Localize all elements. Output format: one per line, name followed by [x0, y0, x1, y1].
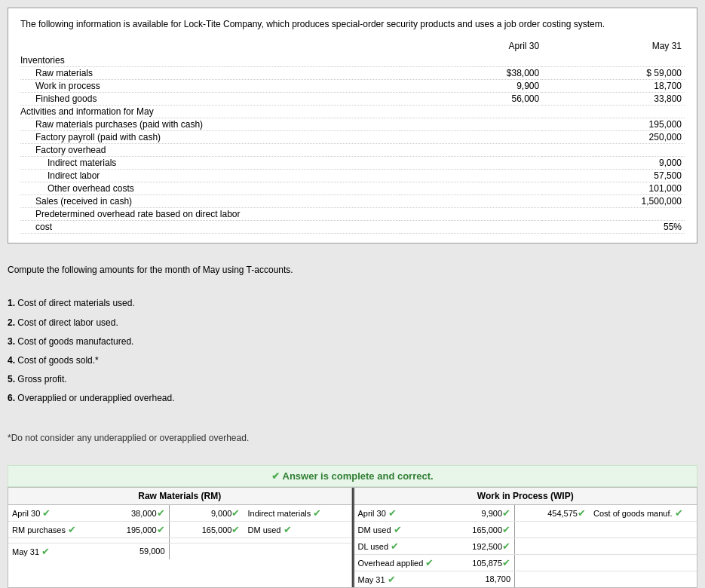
check-icon: ✔: [425, 557, 434, 568]
answer-banner-text: Answer is complete and correct.: [283, 470, 434, 482]
table-row: Inventories: [20, 54, 685, 67]
check-icon: ✔: [231, 507, 240, 519]
raw-materials-account: Raw Materials (RM) April 30 ✔ 38,000✔ 9,…: [8, 488, 352, 587]
check-icon: ✔: [502, 557, 510, 568]
table-row: May 31 ✔ 59,000: [8, 543, 351, 559]
wip-account: Work in Process (WIP) April 30 ✔ 9,900✔ …: [354, 488, 697, 587]
check-icon: ✔: [157, 507, 165, 519]
entry-label: DL used: [358, 542, 389, 551]
table-row: Indirect labor 57,500: [20, 170, 685, 182]
header-april: April 30: [400, 40, 542, 54]
entry-value: 18,700: [485, 574, 510, 583]
note-text: *Do not consider any underapplied or ove…: [8, 431, 697, 446]
answer-check-icon: ✔: [271, 470, 280, 482]
entry-label: April 30: [358, 509, 386, 518]
check-icon: ✔: [42, 507, 51, 519]
table-row: RM purchases ✔ 195,000✔ 165,000✔ DM used…: [8, 521, 351, 537]
raw-materials-title: Raw Materials (RM): [8, 488, 351, 505]
compute-item: 6. Overapplied or underapplied overhead.: [8, 391, 697, 406]
table-row: [8, 537, 351, 543]
entry-value: 165,000: [472, 525, 502, 534]
check-icon: ✔: [391, 541, 399, 552]
table-row: Activities and information for May: [20, 106, 685, 118]
compute-item: 2. Cost of direct labor used.: [8, 316, 697, 330]
table-row: Sales (received in cash) 1,500,000: [20, 195, 685, 208]
entry-value: 59,000: [139, 547, 165, 556]
table-row: April 30 ✔ 9,900✔ 454,575✔ Cost of goods…: [354, 505, 697, 522]
compute-item: 5. Gross profit.: [8, 372, 697, 387]
table-row: Work in process 9,900 18,700: [20, 80, 685, 93]
table-row: Finished goods 56,000 33,800: [20, 93, 685, 106]
compute-title: Compute the following amounts for the mo…: [8, 263, 697, 277]
entry-label: Cost of goods manuf.: [593, 509, 673, 518]
table-row: Predetermined overhead rate based on dir…: [20, 208, 685, 221]
check-icon: ✔: [157, 524, 165, 535]
table-row: Indirect materials 9,000: [20, 157, 685, 170]
compute-item: 1. Cost of direct materials used.: [8, 296, 697, 311]
entry-value: 38,000: [131, 509, 157, 518]
entry-label: April 30: [12, 509, 40, 518]
check-icon: ✔: [675, 507, 683, 519]
entry-label: Indirect materials: [247, 509, 311, 518]
entry-value: 192,500: [472, 542, 502, 551]
entry-label: May 31: [12, 547, 39, 556]
header-may: May 31: [542, 40, 685, 54]
check-icon: ✔: [41, 546, 50, 557]
table-row: Overhead applied ✔ 105,875✔: [354, 554, 697, 571]
wip-title: Work in Process (WIP): [354, 488, 697, 505]
entry-label: May 31: [358, 575, 385, 584]
entry-value: 105,875: [472, 559, 502, 568]
table-row: Raw materials $38,000 $ 59,000: [20, 67, 685, 80]
check-icon: ✔: [394, 524, 402, 535]
entry-label: DM used: [247, 525, 280, 534]
entry-label: Overhead applied: [358, 559, 424, 568]
check-icon: ✔: [502, 541, 510, 552]
check-icon: ✔: [502, 524, 510, 535]
entry-value: 195,000: [127, 525, 157, 534]
entry-label: DM used: [358, 525, 391, 534]
table-row: Raw materials purchases (paid with cash)…: [20, 118, 685, 131]
intro-paragraph: The following information is available f…: [20, 17, 685, 31]
table-row: Other overhead costs 101,000: [20, 182, 685, 195]
table-row: May 31 ✔ 18,700: [354, 571, 697, 587]
check-icon: ✔: [388, 574, 396, 585]
entry-value: 454,575: [547, 509, 578, 518]
check-icon: ✔: [313, 507, 321, 519]
table-row: April 30 ✔ 38,000✔ 9,000✔ Indirect mater…: [8, 505, 351, 522]
table-row: Factory payroll (paid with cash) 250,000: [20, 131, 685, 144]
table-row: DM used ✔ 165,000✔: [354, 521, 697, 537]
table-row: Factory overhead: [20, 144, 685, 157]
check-icon: ✔: [388, 507, 397, 519]
check-icon: ✔: [231, 524, 240, 535]
entry-value: 165,000: [202, 525, 232, 534]
table-row: cost 55%: [20, 221, 685, 234]
entry-value: 9,000: [211, 509, 232, 518]
check-icon: ✔: [68, 524, 76, 535]
compute-item: 3. Cost of goods manufactured.: [8, 335, 697, 349]
check-icon: ✔: [502, 507, 510, 519]
compute-item: 4. Cost of goods sold.*: [8, 354, 697, 368]
table-row: DL used ✔ 192,500✔: [354, 537, 697, 554]
entry-label: RM purchases: [12, 525, 66, 534]
check-icon: ✔: [284, 524, 292, 535]
entry-value: 9,900: [482, 509, 503, 518]
check-icon: ✔: [578, 507, 586, 519]
